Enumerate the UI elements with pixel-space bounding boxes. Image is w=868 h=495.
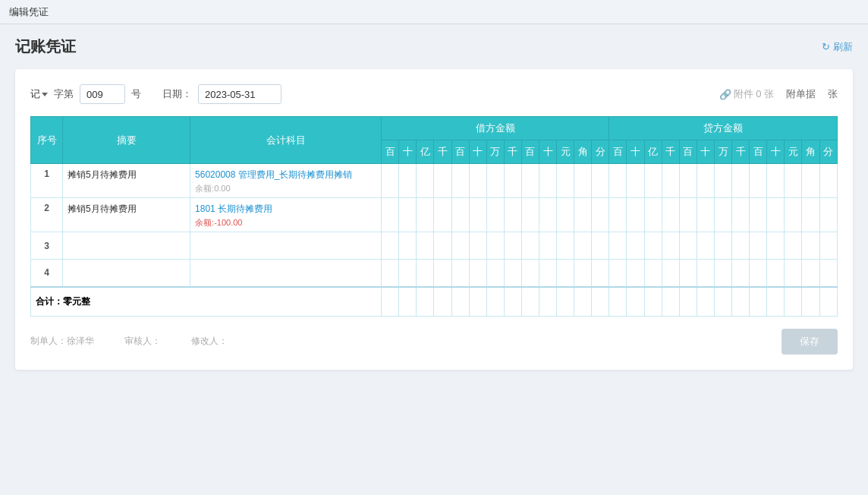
debit-digit-3[interactable] <box>434 260 451 287</box>
credit-digit-10[interactable] <box>785 164 802 198</box>
credit-digit-10[interactable] <box>785 260 802 287</box>
credit-digit-8[interactable] <box>750 164 767 198</box>
voucher-number-input[interactable] <box>80 84 125 104</box>
credit-digit-4[interactable] <box>679 260 697 287</box>
debit-digit-10[interactable] <box>557 164 574 198</box>
credit-digit-0[interactable] <box>609 260 627 287</box>
type-dropdown[interactable]: 记 <box>30 87 48 101</box>
table-row[interactable]: 1摊销5月待摊费用56020008 管理费用_长期待摊费用摊销余额:0.00 <box>31 164 838 198</box>
debit-digit-1[interactable] <box>399 232 417 260</box>
credit-digit-9[interactable] <box>767 164 785 198</box>
credit-digit-6[interactable] <box>714 232 731 260</box>
debit-digit-10[interactable] <box>557 260 574 287</box>
credit-digit-2[interactable] <box>644 232 662 260</box>
debit-digit-12[interactable] <box>592 164 609 198</box>
credit-digit-1[interactable] <box>627 232 644 260</box>
credit-digit-2[interactable] <box>644 260 662 287</box>
credit-digit-1[interactable] <box>627 260 644 287</box>
debit-digit-9[interactable] <box>539 260 557 287</box>
debit-digit-3[interactable] <box>434 232 451 260</box>
row-summary[interactable]: 摊销5月待摊费用 <box>63 198 190 232</box>
table-row[interactable]: 2摊销5月待摊费用1801 长期待摊费用余额:-100.00 <box>31 198 838 232</box>
credit-digit-7[interactable] <box>732 232 750 260</box>
credit-digit-3[interactable] <box>662 232 679 260</box>
credit-digit-4[interactable] <box>679 232 697 260</box>
credit-digit-11[interactable] <box>802 198 819 232</box>
credit-digit-8[interactable] <box>750 198 767 232</box>
row-account[interactable]: 56020008 管理费用_长期待摊费用摊销余额:0.00 <box>190 164 382 198</box>
debit-digit-1[interactable] <box>399 260 417 287</box>
single-attach-btn[interactable]: 附单据 <box>786 87 816 101</box>
credit-digit-3[interactable] <box>662 164 679 198</box>
credit-digit-0[interactable] <box>609 232 627 260</box>
credit-digit-2[interactable] <box>644 198 662 232</box>
credit-digit-1[interactable] <box>627 164 644 198</box>
attachment-link[interactable]: 🔗 附件 0 张 <box>719 87 774 101</box>
debit-digit-12[interactable] <box>592 260 609 287</box>
debit-digit-7[interactable] <box>504 260 521 287</box>
debit-digit-6[interactable] <box>486 198 504 232</box>
debit-digit-9[interactable] <box>539 232 557 260</box>
debit-digit-2[interactable] <box>417 260 434 287</box>
debit-digit-8[interactable] <box>521 164 539 198</box>
row-account[interactable] <box>190 260 382 287</box>
credit-digit-12[interactable] <box>819 260 837 287</box>
row-account[interactable] <box>190 232 382 260</box>
credit-digit-12[interactable] <box>819 164 837 198</box>
debit-digit-6[interactable] <box>486 164 504 198</box>
refresh-button[interactable]: ↻ 刷新 <box>822 40 853 54</box>
debit-digit-8[interactable] <box>521 198 539 232</box>
row-summary[interactable] <box>63 260 190 287</box>
credit-digit-9[interactable] <box>767 232 785 260</box>
row-summary[interactable] <box>63 232 190 260</box>
debit-digit-5[interactable] <box>469 260 486 287</box>
credit-digit-0[interactable] <box>609 164 627 198</box>
credit-digit-0[interactable] <box>609 198 627 232</box>
date-input[interactable] <box>198 84 281 104</box>
debit-digit-4[interactable] <box>451 260 469 287</box>
debit-digit-4[interactable] <box>451 198 469 232</box>
credit-digit-5[interactable] <box>697 232 714 260</box>
credit-digit-8[interactable] <box>750 232 767 260</box>
credit-digit-1[interactable] <box>627 198 644 232</box>
credit-digit-12[interactable] <box>819 198 837 232</box>
credit-digit-4[interactable] <box>679 164 697 198</box>
credit-digit-11[interactable] <box>802 232 819 260</box>
debit-digit-7[interactable] <box>504 164 521 198</box>
debit-digit-11[interactable] <box>574 232 592 260</box>
debit-digit-6[interactable] <box>486 260 504 287</box>
debit-digit-1[interactable] <box>399 164 417 198</box>
credit-digit-5[interactable] <box>697 198 714 232</box>
debit-digit-0[interactable] <box>382 260 399 287</box>
credit-digit-12[interactable] <box>819 232 837 260</box>
credit-digit-11[interactable] <box>802 164 819 198</box>
debit-digit-10[interactable] <box>557 198 574 232</box>
debit-digit-0[interactable] <box>382 232 399 260</box>
debit-digit-11[interactable] <box>574 198 592 232</box>
credit-digit-11[interactable] <box>802 260 819 287</box>
debit-digit-9[interactable] <box>539 164 557 198</box>
debit-digit-4[interactable] <box>451 164 469 198</box>
debit-digit-0[interactable] <box>382 164 399 198</box>
credit-digit-10[interactable] <box>785 198 802 232</box>
credit-digit-2[interactable] <box>644 164 662 198</box>
debit-digit-2[interactable] <box>417 164 434 198</box>
row-account[interactable]: 1801 长期待摊费用余额:-100.00 <box>190 198 382 232</box>
credit-digit-3[interactable] <box>662 260 679 287</box>
debit-digit-3[interactable] <box>434 198 451 232</box>
debit-digit-4[interactable] <box>451 232 469 260</box>
credit-digit-4[interactable] <box>679 198 697 232</box>
credit-digit-7[interactable] <box>732 260 750 287</box>
credit-digit-8[interactable] <box>750 260 767 287</box>
row-summary[interactable]: 摊销5月待摊费用 <box>63 164 190 198</box>
credit-digit-6[interactable] <box>714 198 731 232</box>
debit-digit-12[interactable] <box>592 198 609 232</box>
debit-digit-5[interactable] <box>469 232 486 260</box>
table-row[interactable]: 4 <box>31 260 838 287</box>
debit-digit-8[interactable] <box>521 260 539 287</box>
credit-digit-5[interactable] <box>697 164 714 198</box>
credit-digit-10[interactable] <box>785 232 802 260</box>
credit-digit-7[interactable] <box>732 164 750 198</box>
credit-digit-9[interactable] <box>767 198 785 232</box>
debit-digit-10[interactable] <box>557 232 574 260</box>
